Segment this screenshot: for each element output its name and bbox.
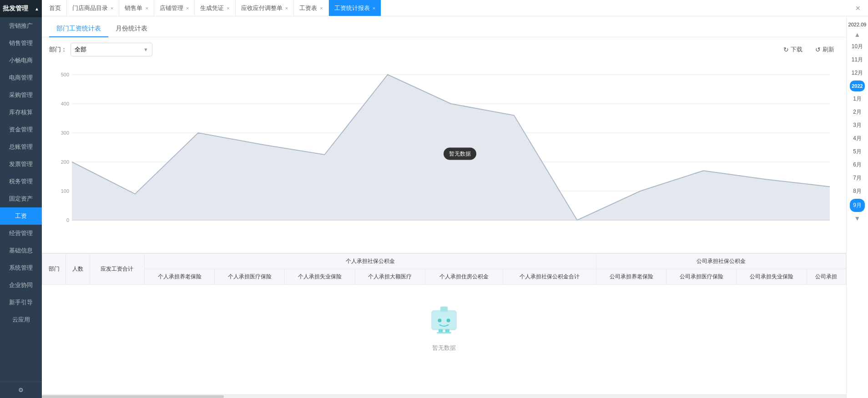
tab-label: 工资统计报表 — [334, 4, 370, 12]
tab-close-icon[interactable]: × — [186, 5, 189, 11]
scroll-bar-thumb[interactable] — [42, 395, 224, 398]
sidebar-item-采购管理[interactable]: 采购管理 — [0, 86, 42, 104]
toolbar-left: 部门： 全部 ▼ — [49, 43, 152, 56]
svg-text:500: 500 — [61, 72, 69, 77]
sidebar-item-税务管理[interactable]: 税务管理 — [0, 173, 42, 190]
sub-tabs: 部门工资统计表月份统计表 — [42, 16, 846, 37]
date-month-3月[interactable]: 3月 — [848, 119, 866, 132]
sidebar-item-小畅电商[interactable]: 小畅电商 — [0, 52, 42, 69]
sidebar-item-发票管理[interactable]: 发票管理 — [0, 156, 42, 173]
sidebar-arrow-icon: ▲ — [35, 6, 39, 11]
sidebar-item-固定资产[interactable]: 固定资产 — [0, 190, 42, 207]
svg-text:100: 100 — [61, 188, 69, 194]
tab-close-icon[interactable]: × — [320, 5, 323, 11]
table-header-row2: 个人承担养老保险个人承担医疗保险个人承担失业保险个人承担大额医疗个人承担住房公积… — [42, 269, 846, 285]
sidebar-item-企业协同[interactable]: 企业协同 — [0, 277, 42, 294]
date-month-9月[interactable]: 9月 — [850, 199, 864, 212]
chart-area: 0100200300400500 暂无数据 — [42, 62, 846, 253]
sidebar-item-总账管理[interactable]: 总账管理 — [0, 138, 42, 156]
date-month-6月[interactable]: 6月 — [848, 158, 866, 171]
download-icon: ↻ — [783, 46, 789, 53]
col-个人承担大额医疗: 个人承担大额医疗 — [355, 269, 425, 285]
col-dept: 部门 — [42, 254, 66, 285]
sidebar-item-云应用[interactable]: 云应用 — [0, 311, 42, 328]
col-total-wage: 应发工资合计 — [90, 254, 144, 285]
refresh-button[interactable]: ↺ 刷新 — [811, 44, 839, 55]
toolbar: 部门： 全部 ▼ ↻ 下载 ↺ 刷新 — [42, 37, 846, 62]
tab-close-icon[interactable]: × — [111, 5, 113, 11]
sidebar-item-工资[interactable]: 工资 — [0, 207, 42, 225]
date-panel: 2022.09 ▲ 10月11月12月20221月2月3月4月5月6月7月8月9… — [846, 16, 868, 398]
svg-text:200: 200 — [61, 159, 69, 165]
tabs-container: 首页门店商品目录×销售单×店铺管理×生成凭证×应收应付调整单×工资表×工资统计报… — [44, 0, 850, 16]
sub-tabs-container: 部门工资统计表月份统计表 — [49, 21, 155, 37]
sidebar-title: 批发管理 — [3, 5, 28, 13]
sidebar-item-系统管理[interactable]: 系统管理 — [0, 259, 42, 277]
dept-select[interactable]: 全部 ▼ — [71, 43, 152, 56]
date-month-5月[interactable]: 5月 — [848, 145, 866, 158]
tab-close-icon[interactable]: × — [145, 5, 148, 11]
tab-close-icon[interactable]: × — [373, 5, 375, 11]
tab-close-all-icon[interactable]: ✕ — [853, 4, 863, 13]
sidebar-item-销售管理[interactable]: 销售管理 — [0, 35, 42, 52]
scroll-bar-area[interactable] — [42, 394, 846, 398]
sidebar-item-营销推广[interactable]: 营销推广 — [0, 17, 42, 35]
tab-工资统计报表[interactable]: 工资统计报表× — [329, 0, 381, 16]
chart-svg: 0100200300400500 — [49, 65, 839, 234]
page-content: 部门工资统计表月份统计表 部门： 全部 ▼ ↻ 下载 — [42, 16, 846, 398]
date-month-2022[interactable]: 2022 — [850, 81, 864, 91]
tab-label: 销售单 — [125, 4, 142, 12]
settings-icon: ⚙ — [18, 387, 24, 393]
tab-应收应付调整单[interactable]: 应收应付调整单× — [236, 0, 294, 16]
sidebar-item-基础信息[interactable]: 基础信息 — [0, 242, 42, 259]
no-data-container: 暂无数据 — [42, 285, 846, 370]
sidebar-header[interactable]: 批发管理 ▲ — [0, 0, 42, 17]
date-month-7月[interactable]: 7月 — [848, 171, 866, 185]
sub-tab-月份统计表[interactable]: 月份统计表 — [108, 21, 155, 37]
tab-label: 工资表 — [299, 4, 317, 12]
chevron-down-icon: ▼ — [143, 47, 148, 52]
date-month-8月[interactable]: 8月 — [848, 185, 866, 198]
date-down-icon[interactable]: ▼ — [853, 213, 863, 224]
table-header-row1: 部门 人数 应发工资合计 个人承担社保公积金 公司承担社保公积金 — [42, 254, 846, 269]
tab-生成凭证[interactable]: 生成凭证× — [195, 0, 235, 16]
col-个人承担养老保险: 个人承担养老保险 — [144, 269, 214, 285]
tab-工资表[interactable]: 工资表× — [294, 0, 328, 16]
date-month-11月[interactable]: 11月 — [848, 53, 866, 66]
sidebar-item-电商管理[interactable]: 电商管理 — [0, 69, 42, 86]
sidebar-items: 营销推广销售管理小畅电商电商管理采购管理库存核算资金管理总账管理发票管理税务管理… — [0, 17, 42, 328]
tab-店铺管理[interactable]: 店铺管理× — [154, 0, 195, 16]
date-current-label[interactable]: 2022.09 — [848, 20, 868, 29]
tab-label: 店铺管理 — [160, 4, 183, 12]
date-month-1月[interactable]: 1月 — [848, 92, 866, 106]
tab-bar: 首页门店商品目录×销售单×店铺管理×生成凭证×应收应付调整单×工资表×工资统计报… — [42, 0, 868, 16]
download-button[interactable]: ↻ 下载 — [779, 44, 807, 55]
tab-销售单[interactable]: 销售单× — [119, 0, 154, 16]
sidebar-item-新手引导[interactable]: 新手引导 — [0, 294, 42, 311]
tab-close-icon[interactable]: × — [227, 5, 229, 11]
svg-rect-17 — [440, 307, 448, 312]
sidebar-settings[interactable]: ⚙ — [0, 382, 42, 398]
sidebar-item-库存核算[interactable]: 库存核算 — [0, 104, 42, 121]
svg-point-16 — [447, 318, 450, 322]
svg-text:300: 300 — [61, 130, 69, 136]
date-month-4月[interactable]: 4月 — [848, 132, 866, 145]
date-up-icon[interactable]: ▲ — [853, 29, 863, 40]
sidebar-item-资金管理[interactable]: 资金管理 — [0, 121, 42, 138]
tab-close-icon[interactable]: × — [285, 5, 288, 11]
table-wrapper[interactable]: 部门 人数 应发工资合计 个人承担社保公积金 公司承担社保公积金 个人承担养老保… — [42, 253, 846, 394]
sidebar-item-经营管理[interactable]: 经营管理 — [0, 225, 42, 242]
date-month-2月[interactable]: 2月 — [848, 106, 866, 119]
date-month-12月[interactable]: 12月 — [848, 66, 866, 80]
col-个人承担住房公积金: 个人承担住房公积金 — [425, 269, 503, 285]
date-month-10月[interactable]: 10月 — [848, 40, 866, 53]
sub-tab-部门工资统计表[interactable]: 部门工资统计表 — [49, 21, 108, 37]
col-个人承担医疗保险: 个人承担医疗保险 — [215, 269, 285, 285]
tab-label: 门店商品目录 — [72, 4, 108, 12]
col-公司承担养老保险: 公司承担养老保险 — [596, 269, 666, 285]
tab-label: 首页 — [49, 4, 61, 12]
dept-label: 部门： — [49, 45, 67, 54]
tab-门店商品目录[interactable]: 门店商品目录× — [67, 0, 119, 16]
no-data-icon — [426, 303, 462, 339]
tab-首页[interactable]: 首页 — [44, 0, 67, 16]
